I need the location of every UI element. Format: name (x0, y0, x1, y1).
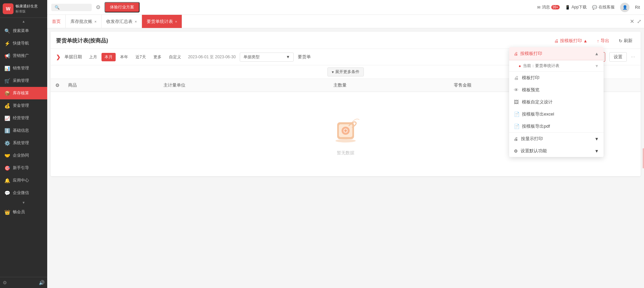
wechat-icon: 💬 (4, 190, 10, 196)
sidebar-item-wechat[interactable]: 💬 企业微信 (0, 187, 47, 199)
tab-expand-icon[interactable]: ⤢ (637, 18, 641, 25)
dropdown-title: 按模板打印 (520, 51, 542, 57)
sidebar-item-search[interactable]: 🔍 搜索菜单 (0, 25, 47, 37)
sales-icon: 📊 (4, 66, 10, 71)
sidebar-sound-btn[interactable]: 🔊 (39, 280, 45, 285)
sidebar-item-sales[interactable]: 📊 销售管理 (0, 62, 47, 74)
print-dropdown-panel: 🖨 按模板打印 ▲ ● 当前：要货单统计表 ▼ 🖨 模板打印 (509, 47, 604, 157)
dropdown-item-template-design[interactable]: 🖼 模板自定义设计 (509, 96, 604, 108)
sidebar-item-finance[interactable]: 💰 资金管理 (0, 99, 47, 112)
empty-illustration (329, 112, 362, 146)
date-btn-last-7-days[interactable]: 近7天 (133, 53, 149, 61)
display-print-left: 🖨 按显示打印 (514, 136, 543, 142)
tabs-right-actions: ✕ ⤢ (630, 18, 644, 25)
date-btn-this-year[interactable]: 本年 (117, 53, 131, 61)
template-print-icon: 🖨 (514, 75, 519, 81)
table-header-quantity: 主数量 (329, 79, 450, 92)
refresh-button[interactable]: ↻ 刷新 (616, 36, 635, 45)
export-button[interactable]: ↑ 导出 (594, 36, 612, 45)
dropdown-item-template-print[interactable]: 🖨 模板打印 (509, 72, 604, 84)
print-icon: 🖨 (554, 38, 559, 43)
app-download-icon: 📱 (565, 5, 570, 10)
sidebar-item-guide[interactable]: 🎯 新手引导 (0, 162, 47, 174)
sidebar-settings-btn[interactable]: ⚙ (3, 280, 7, 285)
sidebar-item-marketing[interactable]: 📢 营销推广 (0, 50, 47, 62)
dropdown-section-display-print[interactable]: 🖨 按显示打印 ▼ (509, 133, 604, 145)
sidebar-item-system[interactable]: ⚙️ 系统管理 (0, 137, 47, 149)
filter-expand-icon-area[interactable]: ❯ (56, 54, 60, 60)
sidebar-item-enterprise[interactable]: 🤝 企业协同 (0, 149, 47, 162)
current-chevron-icon[interactable]: ▼ (595, 64, 599, 68)
tab-home[interactable]: 首页 (47, 15, 66, 28)
marketing-icon: 📢 (4, 53, 10, 59)
settings-button[interactable]: 设置 (609, 52, 627, 62)
dropdown-section-default-func[interactable]: ⚙ 设置默认功能 ▼ (509, 145, 604, 157)
tab-order-summary[interactable]: 要货单统计表 × (142, 15, 182, 28)
current-icon: ● (519, 64, 521, 68)
sidebar-item-label: 新手引导 (13, 165, 43, 171)
tab-close-icon[interactable]: ✕ (630, 18, 634, 25)
filter-more-icon[interactable]: ··· (631, 54, 635, 60)
sidebar-item-basic-info[interactable]: ℹ️ 基础信息 (0, 124, 47, 137)
export-pdf-icon: 📄 (514, 124, 519, 129)
online-service-btn[interactable]: 💬 在线客服 (592, 4, 615, 10)
dropdown-chevron-up-icon[interactable]: ▲ (594, 51, 599, 56)
dropdown-header: 🖨 按模板打印 ▲ (509, 47, 604, 60)
type-filter-chevron: ▼ (286, 55, 290, 59)
close-tab-collection-summary[interactable]: × (135, 20, 137, 24)
type-filter-select[interactable]: 单据类型 ▼ (240, 53, 294, 62)
export-excel-icon: 📄 (514, 111, 519, 117)
sidebar: W 畅康通好生意 标准版 ▲ 🔍 搜索菜单 ⚡ 快捷导航 📢 营销推广 📊 销售… (0, 0, 47, 288)
date-btn-more[interactable]: 更多 (150, 53, 165, 61)
table-header-goods: 商品 (64, 79, 159, 92)
member-icon: 👑 (4, 210, 10, 215)
template-design-icon: 🖼 (514, 99, 519, 105)
sidebar-item-quick-nav[interactable]: ⚡ 快捷导航 (0, 37, 47, 50)
messages-btn[interactable]: ✉ 消息 99+ (537, 4, 560, 10)
tab-collection-summary[interactable]: 收发存汇总表 × (101, 15, 142, 28)
topbar-search-box[interactable]: 🔍 (51, 4, 92, 11)
tab-batch-accounts[interactable]: 库存批次账 × (66, 15, 101, 28)
sidebar-item-label: 企业协同 (13, 153, 43, 158)
main-content: 🔍 ⚙ 体验行业方案 ✉ 消息 99+ 📱 App下载 💬 在线客服 👤 Rit (47, 0, 644, 288)
search-icon-sm: 🔍 (55, 5, 60, 10)
display-print-icon: 🖨 (514, 136, 518, 141)
template-preview-icon: 👁 (514, 87, 519, 93)
dropdown-item-template-preview[interactable]: 👁 模板预览 (509, 84, 604, 96)
tab-label: 收发存汇总表 (106, 19, 133, 25)
date-btn-this-month[interactable]: 本月 (101, 53, 116, 61)
user-avatar[interactable]: 👤 (620, 3, 630, 12)
sidebar-item-label: 采购管理 (13, 78, 43, 84)
app-download-btn[interactable]: 📱 App下载 (565, 4, 587, 10)
dropdown-item-export-pdf[interactable]: 📄 按模板导出pdf (509, 120, 604, 132)
dropdown-item-export-excel[interactable]: 📄 按模板导出excel (509, 108, 604, 120)
scroll-indicator[interactable] (643, 148, 644, 168)
online-service-label: 在线客服 (598, 4, 615, 10)
sidebar-item-purchase[interactable]: 🛒 采购管理 (0, 74, 47, 87)
sidebar-item-label: 快捷导航 (13, 40, 43, 46)
sidebar-scroll-down[interactable]: ▼ (0, 199, 47, 206)
sidebar-item-member[interactable]: 👑 畅会员 (0, 206, 47, 218)
trial-button[interactable]: 体验行业方案 (105, 2, 140, 12)
display-print-label: 按显示打印 (521, 136, 543, 142)
export-icon: ↑ (597, 38, 599, 43)
print-template-button[interactable]: 🖨 按模板打印 ▲ (552, 36, 590, 45)
date-btn-custom[interactable]: 自定义 (166, 53, 184, 61)
sidebar-item-app-center[interactable]: 🔔 应用中心 (0, 174, 47, 187)
sidebar-item-operations[interactable]: 📈 经营管理 (0, 112, 47, 124)
current-label-text: 当前：要货单统计表 (523, 63, 559, 69)
close-tab-order-summary[interactable]: × (175, 20, 177, 24)
search-icon: 🔍 (4, 28, 10, 34)
date-filter-label: 单据日期 (64, 54, 82, 60)
sidebar-scroll-up[interactable]: ▲ (0, 18, 47, 25)
expand-more-conditions-button[interactable]: ▾ 展开更多条件 (327, 67, 364, 76)
close-tab-batch-accounts[interactable]: × (94, 20, 96, 24)
table-settings-header[interactable]: ⚙ (51, 79, 64, 92)
date-filter-group: 上月 本月 本年 近7天 更多 自定义 (86, 53, 184, 61)
date-btn-last-month[interactable]: 上月 (86, 53, 100, 61)
print-chevron-up-icon: ▲ (583, 38, 588, 43)
sidebar-item-inventory[interactable]: 📦 库存核算 (0, 87, 47, 99)
inventory-icon: 📦 (4, 91, 10, 96)
date-range-display: 2023-06-01 至 2023-06-30 (188, 54, 236, 60)
settings-gear-icon[interactable]: ⚙ (96, 4, 100, 10)
